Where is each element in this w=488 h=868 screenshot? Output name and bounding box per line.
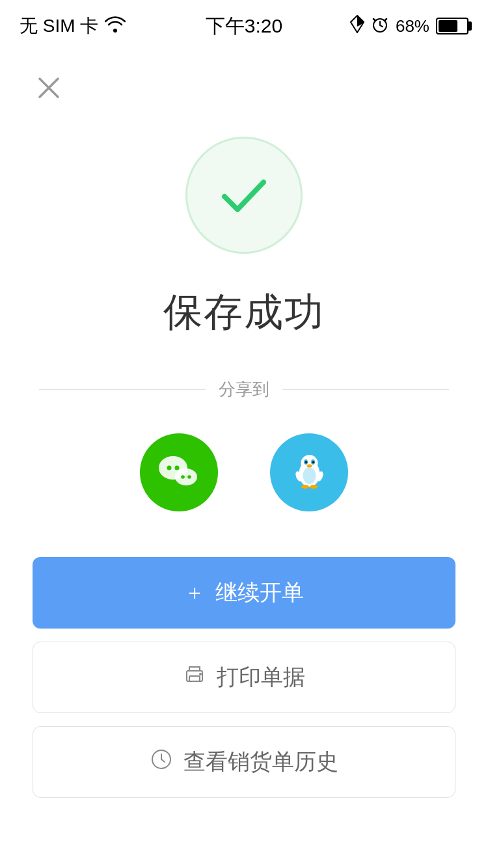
wechat-icon — [156, 450, 202, 495]
carrier-text: 无 SIM 卡 — [20, 14, 98, 38]
status-time: 下午3:20 — [206, 13, 282, 40]
svg-point-16 — [303, 467, 316, 484]
status-right: 68% — [350, 15, 468, 38]
success-icon-wrapper — [185, 137, 303, 254]
alarm-icon — [371, 15, 389, 38]
share-divider: 分享到 — [0, 378, 488, 401]
qq-icon — [288, 452, 331, 494]
close-button-row — [0, 52, 488, 124]
divider-left — [39, 389, 206, 390]
print-receipt-button[interactable]: 打印单据 — [33, 642, 455, 713]
divider-right — [282, 389, 449, 390]
printer-icon — [183, 663, 206, 692]
svg-point-18 — [310, 485, 318, 489]
status-bar: 无 SIM 卡 下午3:20 68% — [0, 0, 488, 52]
view-history-label: 查看销货单历史 — [183, 747, 338, 777]
svg-point-6 — [175, 468, 197, 485]
close-button[interactable] — [33, 72, 65, 104]
svg-point-17 — [301, 485, 309, 489]
svg-point-13 — [305, 461, 307, 463]
main-content: 保存成功 分享到 — [0, 52, 488, 798]
location-icon — [350, 15, 364, 38]
svg-point-7 — [181, 475, 185, 479]
svg-point-15 — [306, 464, 312, 467]
qq-share-button[interactable] — [270, 433, 348, 511]
clock-icon — [150, 748, 173, 776]
battery-text: 68% — [396, 16, 429, 36]
action-buttons: ＋ 继续开单 打印单据 查看销货单历史 — [0, 557, 488, 798]
view-history-button[interactable]: 查看销货单历史 — [33, 726, 455, 798]
continue-order-label: 继续开单 — [215, 578, 304, 608]
success-circle — [185, 137, 303, 254]
plus-icon: ＋ — [184, 578, 205, 607]
share-icons — [140, 433, 348, 511]
success-title: 保存成功 — [163, 286, 325, 339]
svg-rect-22 — [189, 676, 200, 681]
wechat-share-button[interactable] — [140, 433, 218, 511]
share-label: 分享到 — [206, 378, 282, 401]
svg-point-5 — [175, 466, 180, 470]
svg-point-8 — [187, 475, 191, 479]
wifi-icon — [105, 16, 126, 37]
battery-icon — [436, 18, 468, 34]
status-left: 无 SIM 卡 — [20, 14, 126, 38]
print-receipt-label: 打印单据 — [217, 662, 305, 692]
svg-point-14 — [312, 461, 314, 463]
svg-point-23 — [199, 673, 202, 675]
checkmark-icon — [215, 166, 273, 224]
svg-point-4 — [167, 466, 172, 470]
continue-order-button[interactable]: ＋ 继续开单 — [33, 557, 455, 629]
